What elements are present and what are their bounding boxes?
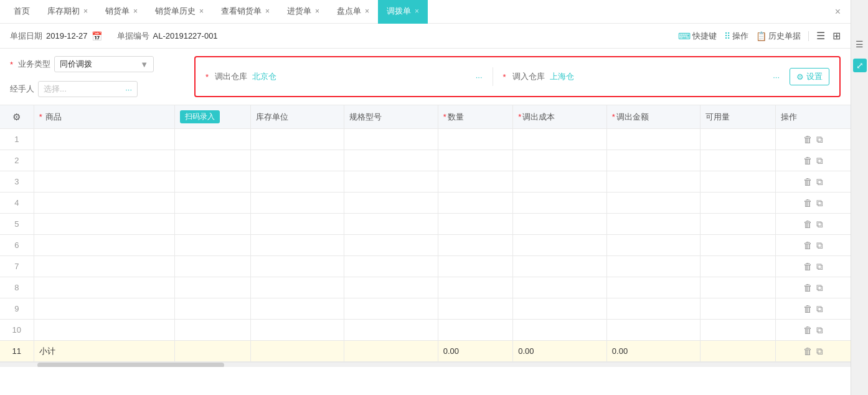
copy-icon[interactable]: ⧉ — [816, 240, 823, 251]
calendar-icon[interactable]: 📅 — [92, 31, 102, 41]
sidebar-list-icon[interactable]: ☰ — [853, 37, 867, 51]
tab-close-transfer[interactable]: × — [415, 7, 419, 16]
product-cell[interactable] — [34, 235, 174, 256]
qty-cell[interactable] — [438, 256, 512, 277]
warehouse-out-more-icon[interactable]: ··· — [476, 72, 483, 82]
delete-icon[interactable]: 🗑 — [803, 282, 813, 293]
tab-close-inventory[interactable]: × — [365, 7, 369, 16]
amount-cell[interactable] — [606, 277, 701, 298]
amount-cell[interactable] — [606, 214, 701, 235]
operation-button[interactable]: ⠿ 操作 — [724, 31, 748, 42]
cost-cell[interactable] — [513, 298, 607, 320]
cost-cell[interactable] — [513, 129, 607, 150]
copy-icon[interactable]: ⧉ — [816, 155, 823, 166]
setting-button[interactable]: ⚙ 设置 — [790, 68, 829, 85]
delete-icon[interactable]: 🗑 — [803, 219, 813, 229]
qty-cell[interactable] — [438, 193, 512, 214]
person-select[interactable]: 选择... ··· — [38, 81, 138, 97]
cost-cell[interactable] — [513, 171, 607, 193]
product-cell[interactable] — [34, 171, 174, 193]
available-cell — [701, 256, 775, 277]
amount-cell[interactable] — [606, 298, 701, 320]
product-cell[interactable] — [34, 256, 174, 277]
copy-icon[interactable]: ⧉ — [816, 219, 823, 230]
qty-cell[interactable] — [438, 150, 512, 171]
gear-icon[interactable]: ⚙ — [12, 112, 21, 122]
copy-icon[interactable]: ⧉ — [816, 325, 823, 336]
cost-cell[interactable] — [513, 214, 607, 235]
history-button[interactable]: 📋 历史单据 — [756, 31, 801, 42]
layout-button[interactable]: ☰ — [816, 30, 825, 42]
tab-sales-history[interactable]: 销货单历史 × — [146, 0, 212, 24]
tab-home[interactable]: 首页 — [5, 0, 39, 24]
cost-cell[interactable] — [513, 277, 607, 298]
tab-close-inventory-init[interactable]: × — [83, 7, 88, 16]
close-all-button[interactable]: × — [830, 6, 846, 17]
available-cell — [701, 214, 775, 235]
scrollbar-area[interactable] — [0, 362, 851, 367]
sidebar-expand-icon[interactable]: ⤢ — [853, 59, 867, 72]
qty-cell[interactable] — [438, 129, 512, 150]
product-cell[interactable] — [34, 129, 174, 150]
table-row: 5 🗑 ⧉ — [0, 214, 851, 235]
qty-cell[interactable] — [438, 320, 512, 341]
scan-button[interactable]: 扫码录入 — [180, 110, 220, 123]
tab-close-sales-history[interactable]: × — [199, 7, 204, 16]
qty-cell[interactable] — [438, 298, 512, 320]
tab-close-sales-order[interactable]: × — [133, 7, 138, 16]
tab-inventory-init[interactable]: 库存期初 × — [39, 0, 97, 24]
product-cell[interactable] — [34, 214, 174, 235]
qty-cell[interactable] — [438, 214, 512, 235]
amount-cell[interactable] — [606, 320, 701, 341]
product-cell[interactable] — [34, 320, 174, 341]
product-cell[interactable] — [34, 193, 174, 214]
delete-icon[interactable]: 🗑 — [803, 303, 813, 314]
delete-icon[interactable]: 🗑 — [803, 155, 813, 166]
delete-icon[interactable]: 🗑 — [803, 134, 813, 145]
delete-icon[interactable]: 🗑 — [803, 198, 813, 208]
amount-cell[interactable] — [606, 256, 701, 277]
qty-cell[interactable] — [438, 235, 512, 256]
tab-view-sales[interactable]: 查看销货单 × — [212, 0, 278, 24]
cost-cell[interactable] — [513, 193, 607, 214]
delete-icon[interactable]: 🗑 — [803, 325, 813, 335]
cost-cell[interactable] — [513, 150, 607, 171]
scrollbar-thumb[interactable] — [37, 363, 224, 367]
amount-cell[interactable] — [606, 171, 701, 193]
table-container: ⚙ * 商品 扫码录入 库存单位 规格型号 *数量 *调出成本 — [0, 105, 851, 367]
layout2-button[interactable]: ⊞ — [833, 30, 841, 42]
copy-icon[interactable]: ⧉ — [816, 198, 823, 209]
copy-icon[interactable]: ⧉ — [816, 261, 823, 272]
copy-icon[interactable]: ⧉ — [816, 303, 823, 315]
product-cell[interactable] — [34, 277, 174, 298]
copy-icon[interactable]: ⧉ — [816, 282, 823, 293]
shortcut-button[interactable]: ⌨ 快捷键 — [678, 31, 717, 42]
tab-inventory[interactable]: 盘点单 × — [328, 0, 378, 24]
tab-purchase[interactable]: 进货单 × — [278, 0, 328, 24]
tab-transfer[interactable]: 调拨单 × — [378, 0, 428, 24]
qty-cell[interactable] — [438, 277, 512, 298]
amount-cell[interactable] — [606, 193, 701, 214]
amount-cell[interactable] — [606, 150, 701, 171]
delete-icon[interactable]: 🗑 — [803, 261, 813, 272]
type-select[interactable]: 同价调拨 ▼ — [54, 56, 154, 72]
product-cell[interactable] — [34, 298, 174, 320]
unit-cell — [250, 214, 344, 235]
tab-close-view-sales[interactable]: × — [265, 7, 270, 16]
copy-icon[interactable]: ⧉ — [816, 346, 823, 357]
tab-sales-order[interactable]: 销货单 × — [97, 0, 146, 24]
cost-cell[interactable] — [513, 320, 607, 341]
cost-cell[interactable] — [513, 235, 607, 256]
tab-close-purchase[interactable]: × — [315, 7, 319, 16]
amount-cell[interactable] — [606, 235, 701, 256]
delete-icon[interactable]: 🗑 — [803, 176, 813, 187]
amount-cell[interactable] — [606, 129, 701, 150]
copy-icon[interactable]: ⧉ — [816, 176, 823, 188]
qty-cell[interactable] — [438, 171, 512, 193]
delete-icon[interactable]: 🗑 — [803, 240, 813, 250]
copy-icon[interactable]: ⧉ — [816, 134, 823, 145]
product-cell[interactable] — [34, 150, 174, 171]
delete-icon[interactable]: 🗑 — [803, 346, 813, 356]
warehouse-in-more-icon[interactable]: ··· — [773, 72, 780, 82]
cost-cell[interactable] — [513, 256, 607, 277]
